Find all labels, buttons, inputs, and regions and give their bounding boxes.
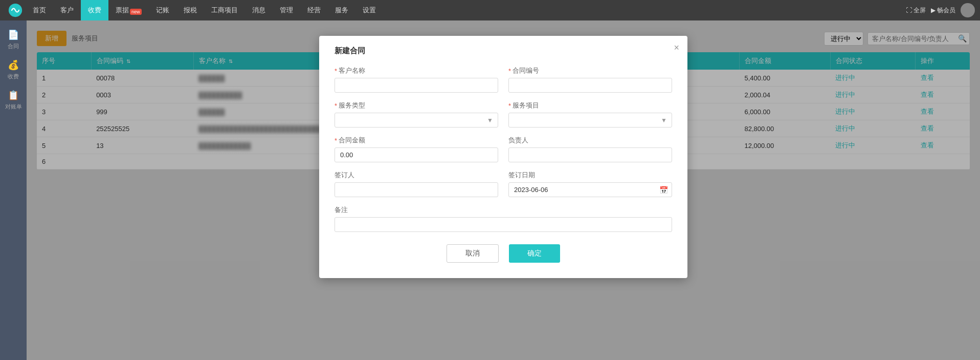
sign-date-input[interactable]	[508, 182, 672, 197]
service-type-select-wrap: ▼	[335, 113, 498, 128]
nav-bookkeeping[interactable]: 记账	[149, 0, 176, 20]
topnav-right: ⛶ 全屏 ▶ 畅会员	[906, 3, 975, 17]
nav-invoice[interactable]: 票据 new	[108, 0, 149, 20]
modal-overlay: 新建合同 × * 客户名称 * 合同编号	[27, 20, 980, 360]
field-service-type: * 服务类型 ▼	[335, 101, 498, 128]
billing-icon: 💰	[8, 59, 19, 71]
user-avatar[interactable]	[961, 3, 975, 17]
service-item-label: * 服务项目	[508, 101, 672, 110]
play-icon: ▶	[931, 7, 936, 14]
field-contract-no: * 合同编号	[508, 66, 672, 93]
sidebar-statement-label: 对账单	[5, 103, 22, 111]
nav-client[interactable]: 客户	[53, 0, 81, 20]
remarks-label: 备注	[335, 205, 672, 215]
member-btn[interactable]: ▶ 畅会员	[931, 6, 955, 15]
top-navigation: 首页 客户 收费 票据 new 记账 报税 工商项目 消息 管理 经营 服务 设…	[0, 0, 980, 20]
contract-amount-label: * 合同金额	[335, 136, 498, 145]
sidebar-item-statement[interactable]: 📋 对账单	[0, 86, 27, 114]
new-badge: new	[130, 9, 142, 15]
fullscreen-btn[interactable]: ⛶ 全屏	[906, 6, 926, 15]
nav-billing[interactable]: 收费	[81, 0, 108, 20]
sidebar: 📄 合同 💰 收费 📋 对账单	[0, 20, 27, 360]
new-contract-modal: 新建合同 × * 客户名称 * 合同编号	[319, 36, 687, 278]
modal-footer: 取消 确定	[335, 244, 672, 263]
modal-title: 新建合同	[335, 46, 672, 56]
sign-date-wrap: 📅	[508, 182, 672, 197]
service-type-select[interactable]	[335, 113, 498, 128]
nav-tax[interactable]: 报税	[176, 0, 204, 20]
nav-home[interactable]: 首页	[26, 0, 53, 20]
contract-no-label: * 合同编号	[508, 66, 672, 75]
layout: 📄 合同 💰 收费 📋 对账单 新增 服务项目 进行中 已完成 已终止	[0, 20, 980, 360]
form-grid: * 客户名称 * 合同编号	[335, 66, 672, 232]
field-remarks: 备注	[335, 205, 672, 232]
field-service-item: * 服务项目 ▼	[508, 101, 672, 128]
client-name-input[interactable]	[335, 78, 498, 93]
field-responsible: 负责人	[508, 136, 672, 162]
field-contract-amount: * 合同金额	[335, 136, 498, 162]
contract-amount-input[interactable]	[335, 147, 498, 162]
signer-input[interactable]	[335, 182, 498, 197]
sidebar-billing-label: 收费	[8, 73, 19, 80]
sidebar-contract-label: 合同	[8, 43, 19, 50]
nav-service[interactable]: 服务	[328, 0, 355, 20]
client-name-label: * 客户名称	[335, 66, 498, 75]
responsible-input[interactable]	[508, 147, 672, 162]
nav-operation[interactable]: 经营	[300, 0, 328, 20]
service-item-select[interactable]	[508, 113, 672, 128]
modal-close-button[interactable]: ×	[674, 43, 679, 52]
service-type-label: * 服务类型	[335, 101, 498, 110]
field-sign-date: 签订日期 📅	[508, 171, 672, 197]
calendar-icon[interactable]: 📅	[659, 186, 668, 194]
statement-icon: 📋	[8, 90, 19, 101]
contract-no-input[interactable]	[508, 78, 672, 93]
sidebar-item-billing[interactable]: 💰 收费	[0, 56, 27, 83]
cancel-button[interactable]: 取消	[447, 244, 499, 263]
fullscreen-icon: ⛶	[906, 7, 912, 14]
nav-message[interactable]: 消息	[245, 0, 273, 20]
field-client-name: * 客户名称	[335, 66, 498, 93]
service-item-select-wrap: ▼	[508, 113, 672, 128]
responsible-label: 负责人	[508, 136, 672, 145]
nav-settings[interactable]: 设置	[355, 0, 383, 20]
sign-date-label: 签订日期	[508, 171, 672, 180]
nav-manage[interactable]: 管理	[273, 0, 300, 20]
main-content: 新增 服务项目 进行中 已完成 已终止 🔍 序号	[27, 20, 980, 360]
field-signer: 签订人	[335, 171, 498, 197]
remarks-input[interactable]	[335, 217, 672, 232]
signer-label: 签订人	[335, 171, 498, 180]
nav-business[interactable]: 工商项目	[204, 0, 245, 20]
sidebar-item-contract[interactable]: 📄 合同	[0, 26, 27, 53]
confirm-button[interactable]: 确定	[509, 244, 560, 263]
contract-icon: 📄	[8, 29, 19, 40]
logo	[5, 0, 26, 20]
